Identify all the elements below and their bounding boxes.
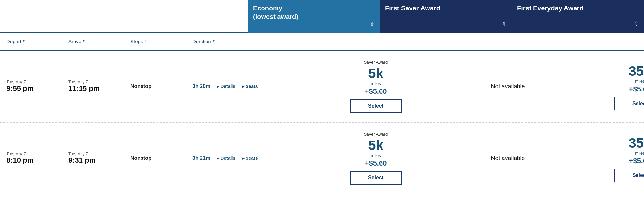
stops-cell-1: Nonstop bbox=[124, 83, 186, 89]
stops-cell-2: Nonstop bbox=[124, 155, 186, 161]
details-triangle-1: ▶ bbox=[217, 85, 219, 88]
details-link-1[interactable]: ▶ Details bbox=[217, 84, 235, 89]
arrive-time-1: 11:15 pm bbox=[68, 84, 121, 93]
arrive-label: Arrive bbox=[68, 39, 81, 44]
first-everyday-miles-1: 35k bbox=[628, 64, 644, 79]
first-saver-not-available-1: Not available bbox=[491, 83, 525, 90]
arrive-date-1: Tue, May 7 bbox=[68, 80, 121, 84]
first-saver-column-header: First Saver Award ⇕ bbox=[380, 0, 512, 33]
details-label-1: Details bbox=[220, 84, 235, 89]
first-everyday-award-1: 35k miles +$5.60 Select bbox=[574, 59, 644, 114]
subheader-row: Depart ⇕ Arrive ⇕ Stops ⇕ Duration ⇕ bbox=[0, 33, 644, 51]
flight-info-header-spacer bbox=[0, 0, 248, 33]
first-everyday-miles-label-1: miles bbox=[635, 79, 644, 84]
flight-row: Tue, May 7 9:55 pm Tue, May 7 11:15 pm N… bbox=[0, 51, 644, 123]
seats-link-2[interactable]: ▶ Seats bbox=[242, 156, 258, 161]
economy-title-line1: Economy bbox=[253, 4, 375, 12]
flight-row-2: Tue, May 7 8:10 pm Tue, May 7 9:31 pm No… bbox=[0, 123, 644, 194]
economy-sort-icon[interactable]: ⇕ bbox=[370, 21, 375, 28]
economy-fee-2: +$5.60 bbox=[365, 159, 387, 168]
arrive-date-2: Tue, May 7 bbox=[68, 152, 121, 156]
details-label-2: Details bbox=[220, 156, 235, 161]
duration-column-header[interactable]: Duration ⇕ bbox=[186, 39, 310, 44]
first-everyday-select-button-1[interactable]: Select bbox=[614, 97, 644, 110]
first-everyday-select-button-2[interactable]: Select bbox=[614, 169, 644, 182]
depart-cell-1: Tue, May 7 9:55 pm bbox=[0, 80, 62, 93]
first-everyday-fee-1: +$5.60 bbox=[629, 85, 644, 93]
economy-header-title: Economy (lowest award) bbox=[253, 4, 375, 21]
first-saver-sort-icon[interactable]: ⇕ bbox=[502, 20, 507, 27]
seats-triangle-1: ▶ bbox=[242, 85, 245, 88]
duration-details-2: 3h 21m ▶ Details ▶ Seats bbox=[186, 155, 310, 161]
economy-miles-label-1: miles bbox=[371, 81, 381, 86]
economy-miles-1: 5k bbox=[368, 66, 383, 81]
economy-title-line2: (lowest award) bbox=[253, 12, 375, 21]
first-everyday-sort-icon[interactable]: ⇕ bbox=[634, 20, 639, 27]
depart-date-1: Tue, May 7 bbox=[7, 80, 59, 84]
first-everyday-miles-2: 35k bbox=[628, 136, 644, 151]
first-saver-not-available-2: Not available bbox=[491, 155, 525, 162]
first-everyday-miles-label-2: miles bbox=[635, 151, 644, 156]
depart-column-header[interactable]: Depart ⇕ bbox=[0, 39, 62, 44]
economy-award-label-2: Saver Award bbox=[364, 132, 388, 137]
first-saver-award-1: Not available bbox=[442, 80, 574, 93]
depart-time-1: 9:55 pm bbox=[7, 84, 59, 93]
first-saver-award-2: Not available bbox=[442, 152, 574, 165]
first-saver-sort[interactable]: ⇕ bbox=[385, 20, 507, 29]
table-header: Economy (lowest award) ⇕ First Saver Awa… bbox=[0, 0, 644, 33]
first-everyday-fee-2: +$5.60 bbox=[629, 157, 644, 165]
depart-cell-2: Tue, May 7 8:10 pm bbox=[0, 152, 62, 165]
economy-miles-label-2: miles bbox=[371, 153, 381, 158]
economy-select-button-1[interactable]: Select bbox=[350, 99, 402, 113]
economy-award-label-1: Saver Award bbox=[364, 60, 388, 65]
arrive-cell-1: Tue, May 7 11:15 pm bbox=[62, 80, 124, 93]
depart-time-2: 8:10 pm bbox=[7, 156, 59, 165]
economy-award-2: Saver Award 5k miles +$5.60 Select bbox=[310, 128, 442, 188]
economy-select-button-2[interactable]: Select bbox=[350, 171, 402, 185]
first-everyday-column-header: First Everyday Award ⇕ bbox=[512, 0, 644, 33]
first-saver-header-title: First Saver Award bbox=[385, 4, 507, 12]
depart-label: Depart bbox=[7, 39, 21, 44]
duration-label: Duration bbox=[192, 39, 211, 44]
stops-sort-icon[interactable]: ⇕ bbox=[144, 39, 147, 43]
seats-label-2: Seats bbox=[246, 156, 258, 161]
duration-sort-icon[interactable]: ⇕ bbox=[212, 39, 215, 43]
economy-miles-2: 5k bbox=[368, 138, 383, 153]
seats-link-1[interactable]: ▶ Seats bbox=[242, 84, 258, 89]
seats-triangle-2: ▶ bbox=[242, 157, 245, 160]
first-everyday-award-2: 35k miles +$5.60 Select bbox=[574, 131, 644, 186]
depart-date-2: Tue, May 7 bbox=[7, 152, 59, 156]
arrive-sort-icon[interactable]: ⇕ bbox=[82, 39, 85, 43]
arrive-column-header[interactable]: Arrive ⇕ bbox=[62, 39, 124, 44]
duration-details-1: 3h 20m ▶ Details ▶ Seats bbox=[186, 83, 310, 89]
stops-label: Stops bbox=[130, 39, 143, 44]
economy-sort[interactable]: ⇕ bbox=[253, 21, 375, 29]
duration-1: 3h 20m bbox=[192, 83, 210, 89]
depart-sort-icon[interactable]: ⇕ bbox=[22, 39, 25, 43]
duration-2: 3h 21m bbox=[192, 155, 210, 161]
economy-award-1: Saver Award 5k miles +$5.60 Select bbox=[310, 57, 442, 116]
arrive-time-2: 9:31 pm bbox=[68, 156, 121, 165]
first-everyday-sort[interactable]: ⇕ bbox=[517, 20, 639, 29]
details-triangle-2: ▶ bbox=[217, 157, 219, 160]
stops-column-header[interactable]: Stops ⇕ bbox=[124, 39, 186, 44]
arrive-cell-2: Tue, May 7 9:31 pm bbox=[62, 152, 124, 165]
economy-column-header: Economy (lowest award) ⇕ bbox=[248, 0, 380, 33]
first-everyday-header-title: First Everyday Award bbox=[517, 4, 639, 12]
seats-label-1: Seats bbox=[246, 84, 258, 89]
details-link-2[interactable]: ▶ Details bbox=[217, 156, 235, 161]
economy-fee-1: +$5.60 bbox=[365, 87, 387, 96]
